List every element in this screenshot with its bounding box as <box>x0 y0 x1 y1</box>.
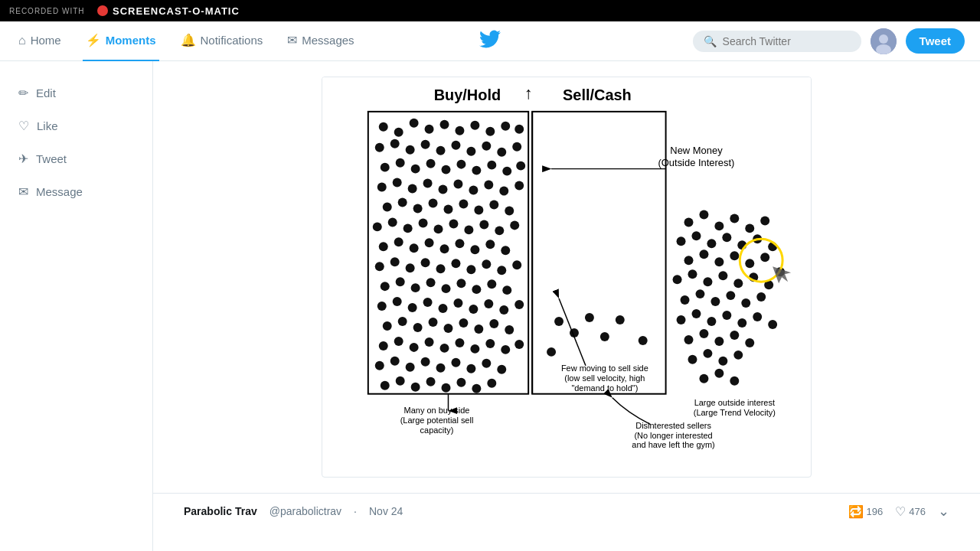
svg-point-46 <box>484 181 493 190</box>
svg-point-131 <box>466 364 475 373</box>
main-content: ✏ Edit ♡ Like ✈ Tweet ✉ Message Buy/Hold… <box>0 61 980 551</box>
svg-point-87 <box>381 282 390 291</box>
nav-left: ⌂ Home ⚡ Moments 🔔 Notifications ✉ Messa… <box>15 21 358 61</box>
svg-point-172 <box>688 269 697 279</box>
svg-point-86 <box>512 260 521 269</box>
search-box[interactable]: 🔍 <box>693 31 861 52</box>
svg-point-97 <box>393 297 402 306</box>
search-input[interactable] <box>723 35 851 47</box>
svg-point-27 <box>497 148 506 157</box>
svg-point-144 <box>585 313 594 322</box>
sidebar-item-tweet[interactable]: ✈ Tweet <box>0 142 152 175</box>
svg-point-203 <box>730 377 739 386</box>
sidebar-message-label: Message <box>36 185 83 198</box>
svg-point-138 <box>442 383 451 393</box>
svg-point-67 <box>510 220 519 230</box>
svg-point-62 <box>434 224 443 233</box>
svg-point-161 <box>722 233 731 242</box>
svg-point-142 <box>554 317 564 326</box>
svg-point-65 <box>479 220 488 229</box>
svg-point-188 <box>722 311 731 320</box>
svg-point-200 <box>733 350 743 360</box>
message-icon: ✉ <box>18 184 28 199</box>
svg-point-30 <box>396 158 405 168</box>
more-action[interactable]: ⌄ <box>938 503 949 520</box>
svg-point-54 <box>459 200 468 209</box>
edit-icon: ✏ <box>18 86 28 100</box>
tweet-button[interactable]: Tweet <box>906 28 965 54</box>
nav-messages[interactable]: ✉ Messages <box>284 21 357 61</box>
tweet-footer: Parabolic Trav @parabolictrav · Nov 24 🔁… <box>153 493 980 529</box>
svg-point-111 <box>459 318 468 328</box>
svg-text:Large outside interest: Large outside interest <box>694 398 775 407</box>
svg-point-83 <box>466 265 475 274</box>
svg-text:"demand to hold"): "demand to hold") <box>571 383 638 393</box>
retweet-count: 196 <box>867 506 884 517</box>
svg-point-32 <box>426 159 436 168</box>
svg-point-91 <box>442 284 451 293</box>
svg-point-73 <box>455 239 464 248</box>
svg-point-60 <box>403 223 413 233</box>
nav-home[interactable]: ⌂ Home <box>15 21 64 61</box>
svg-point-134 <box>381 381 390 390</box>
nav-notifications[interactable]: 🔔 Notifications <box>178 21 266 61</box>
svg-point-14 <box>455 126 464 135</box>
heart-icon: ♡ <box>18 119 29 133</box>
svg-point-145 <box>600 332 609 341</box>
svg-point-64 <box>464 225 473 234</box>
svg-point-125 <box>375 361 384 370</box>
svg-point-140 <box>472 384 481 393</box>
svg-point-103 <box>484 299 493 308</box>
svg-point-22 <box>421 140 430 149</box>
svg-point-93 <box>472 285 481 294</box>
svg-point-129 <box>436 364 446 373</box>
like-action[interactable]: ♡ 476 <box>895 504 926 519</box>
svg-point-81 <box>436 264 446 273</box>
svg-point-160 <box>707 239 716 248</box>
retweet-icon: 🔁 <box>848 504 864 519</box>
svg-point-59 <box>388 217 397 227</box>
svg-point-118 <box>425 337 434 347</box>
svg-point-82 <box>451 259 460 268</box>
sidebar-item-like[interactable]: ♡ Like <box>0 109 152 142</box>
svg-point-80 <box>421 258 430 267</box>
svg-point-146 <box>616 315 625 324</box>
svg-point-70 <box>410 243 419 253</box>
svg-point-112 <box>474 324 483 334</box>
avatar[interactable] <box>871 28 897 54</box>
svg-point-72 <box>440 244 449 253</box>
svg-point-104 <box>499 305 508 315</box>
svg-point-117 <box>410 343 419 352</box>
svg-point-78 <box>390 257 400 266</box>
svg-point-13 <box>440 120 449 129</box>
nav-messages-label: Messages <box>302 34 354 47</box>
tweet-date: Nov 24 <box>369 505 403 517</box>
svg-point-135 <box>396 377 405 386</box>
bell-icon: 🔔 <box>181 33 196 47</box>
svg-point-29 <box>381 163 390 172</box>
svg-point-128 <box>421 357 430 367</box>
svg-point-35 <box>472 166 481 175</box>
like-icon: ♡ <box>895 504 906 519</box>
svg-text:(low sell velocity, high: (low sell velocity, high <box>564 373 645 383</box>
svg-point-11 <box>410 119 419 128</box>
svg-point-152 <box>684 217 694 227</box>
screencast-logo: RECORDED WITH SCREENCAST-O-MATIC <box>9 4 240 18</box>
sidebar-item-message[interactable]: ✉ Message <box>0 175 152 208</box>
svg-point-107 <box>398 317 407 326</box>
sidebar-item-edit[interactable]: ✏ Edit <box>0 77 152 109</box>
svg-text:Buy/Hold: Buy/Hold <box>434 86 501 103</box>
tweet-handle: @parabolictrav <box>270 505 341 517</box>
svg-point-153 <box>699 210 708 219</box>
svg-point-89 <box>411 283 420 292</box>
svg-point-98 <box>408 303 417 312</box>
retweet-action[interactable]: 🔁 196 <box>848 504 884 519</box>
svg-point-17 <box>501 122 510 131</box>
tweet-icon: ✈ <box>18 152 28 166</box>
svg-point-174 <box>718 271 727 280</box>
nav-moments[interactable]: ⚡ Moments <box>83 21 159 61</box>
svg-point-185 <box>677 315 686 324</box>
svg-text:Sell/Cash: Sell/Cash <box>563 86 632 103</box>
nav-moments-label: Moments <box>106 34 156 47</box>
svg-point-127 <box>406 363 415 372</box>
